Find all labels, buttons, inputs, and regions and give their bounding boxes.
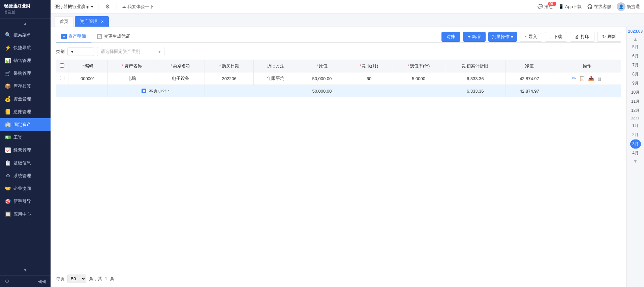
row-checkbox[interactable]: [60, 76, 64, 80]
copy-button[interactable]: 📋: [579, 75, 585, 82]
page-content: ≡ 资产明细 📄 变更生成凭证 对账 + 新增 批量操作 ▾: [51, 27, 626, 287]
sidebar-item-label-apps: 应用中心: [13, 211, 31, 217]
import-button[interactable]: ↑ 导入: [520, 32, 542, 42]
print-button[interactable]: 🖨 打印: [570, 32, 594, 42]
sidebar-item-search[interactable]: 🔍 搜索菜单: [0, 29, 51, 41]
tab-assets[interactable]: 资产管理 ✕: [75, 16, 109, 27]
tab-home[interactable]: 首页: [55, 16, 73, 27]
row-original-value: 50,000.00: [298, 72, 346, 85]
per-page-select[interactable]: 50 100: [67, 275, 86, 283]
sidebar-item-collab[interactable]: 🤝 企业协同: [0, 182, 51, 195]
new-button[interactable]: + 新增: [463, 32, 486, 42]
refresh-button[interactable]: ↻ 刷新: [597, 32, 621, 42]
sidebar-item-label-inventory: 库存核算: [13, 83, 31, 89]
per-page-label: 每页: [56, 276, 65, 282]
online-service-button[interactable]: 🎧 在线客服: [587, 4, 611, 10]
message-button[interactable]: 💬 消息 99+: [538, 4, 553, 10]
month-item-current[interactable]: 4月: [630, 149, 641, 158]
sidebar-item-ledger[interactable]: 📒 总账管理: [0, 105, 51, 118]
sidebar-item-apps[interactable]: 🔲 应用中心: [0, 208, 51, 221]
sidebar-item-inventory[interactable]: 📦 库存核算: [0, 80, 51, 93]
select-all-checkbox[interactable]: [60, 63, 64, 68]
header-net-value: 净值: [505, 60, 553, 72]
sub-tab-voucher[interactable]: 📄 变更生成凭证: [91, 31, 135, 42]
download-icon: 📱: [558, 4, 564, 9]
month-item[interactable]: 7月: [631, 61, 640, 70]
sidebar-scroll-down[interactable]: ▼: [0, 266, 51, 274]
share-button[interactable]: 📤: [588, 75, 594, 82]
sidebar-footer: ⚙ ◀◀: [0, 275, 51, 287]
sub-tab-asset-detail[interactable]: ≡ 资产明细: [56, 31, 91, 42]
right-panel-down-btn[interactable]: ▼: [633, 158, 639, 164]
subtotal-net-value: 42,874.97: [505, 85, 553, 97]
right-panel-up-btn[interactable]: ▲: [633, 36, 639, 42]
month-item[interactable]: 8月: [631, 70, 640, 79]
sidebar-scroll-up[interactable]: ▲: [0, 20, 51, 27]
sub-tab-asset-detail-label: 资产明细: [68, 33, 86, 39]
delete-button[interactable]: 🗑: [597, 76, 602, 82]
toolbar-right: 对账 + 新增 批量操作 ▾ ↑ 导入 ↓ 下载: [441, 32, 621, 42]
row-code: 000001: [68, 72, 108, 85]
month-item-current[interactable]: 1月: [630, 121, 641, 130]
category-placeholder: 请选择固定资产类别: [101, 49, 140, 55]
sidebar-item-fixed_assets[interactable]: 🏢 固定资产: [0, 118, 51, 131]
month-item[interactable]: 12月: [631, 106, 640, 115]
topbar-settings-button[interactable]: ⚙: [103, 2, 112, 11]
app-download-button[interactable]: 📱 App下载: [558, 4, 582, 10]
sidebar-item-quicknav[interactable]: ⚡ 快捷导航: [0, 41, 51, 54]
tab-bar: 首页 资产管理 ✕: [51, 13, 644, 27]
month-item[interactable]: 5月: [631, 42, 640, 52]
month-item[interactable]: 9月: [631, 79, 640, 88]
table-scroll-container: *编码 *资产名称 *类别名称 *购买日期 折旧方法 *原值 *期限(月) *残…: [56, 60, 621, 271]
row-period: 60: [346, 72, 392, 85]
sidebar-item-system[interactable]: ⚙ 系统管理: [0, 169, 51, 182]
user-menu[interactable]: 👤 畅捷通: [617, 2, 640, 11]
sidebar-item-sales[interactable]: 📊 销售管理: [0, 54, 51, 67]
sidebar-item-label-ledger: 总账管理: [13, 109, 31, 115]
cloud-icon: ☁: [122, 4, 126, 9]
sidebar-item-label-funds: 资金管理: [13, 96, 31, 102]
category-input[interactable]: 请选择固定资产类别 ▾: [97, 47, 164, 56]
sidebar-menu: 🔍 搜索菜单 ⚡ 快捷导航 📊 销售管理 🛒 采购管理 📦 库存核算 💰 资金管…: [0, 29, 51, 265]
month-item-current[interactable]: 2月: [630, 130, 641, 139]
category-select[interactable]: ▾: [67, 47, 94, 56]
topbar-divider2: [117, 4, 117, 10]
sidebar-item-guide[interactable]: 🎯 新手引导: [0, 195, 51, 208]
month-item[interactable]: 10月: [631, 88, 640, 97]
assets-table: *编码 *资产名称 *类别名称 *购买日期 折旧方法 *原值 *期限(月) *残…: [56, 60, 621, 97]
subtotal-label: ■ 本页小计：: [108, 85, 205, 97]
basic_info-icon: 📋: [5, 160, 11, 166]
settings-icon[interactable]: ⚙: [5, 278, 9, 284]
sidebar-item-operations[interactable]: 📈 经营管理: [0, 144, 51, 157]
download-button[interactable]: ↓ 下载: [545, 32, 568, 42]
header-checkbox-cell: [56, 60, 68, 72]
collapse-icon[interactable]: ◀◀: [38, 278, 46, 284]
month-item[interactable]: 6月: [631, 52, 640, 61]
subtotal-accumulated-dep: 6,333.36: [445, 85, 505, 97]
row-checkbox-cell: [56, 72, 68, 85]
month-item[interactable]: 11月: [631, 97, 640, 106]
apps-icon: 🔲: [5, 211, 11, 217]
sidebar-item-funds[interactable]: 💰 资金管理: [0, 93, 51, 105]
company-selector[interactable]: 医疗器械行业演示 ▾: [55, 4, 93, 10]
sidebar-item-basic_info[interactable]: 📋 基础信息: [0, 157, 51, 169]
reconcile-button[interactable]: 对账: [441, 32, 460, 42]
batch-button[interactable]: 批量操作 ▾: [488, 32, 517, 42]
ledger-icon: 📒: [5, 109, 11, 115]
collab-icon: 🤝: [5, 186, 11, 192]
new-label: + 新增: [468, 34, 481, 40]
app-download-label: App下载: [565, 4, 582, 10]
month-item-current[interactable]: 3月: [630, 139, 641, 149]
quicknav-icon: ⚡: [5, 45, 11, 51]
tab-assets-close[interactable]: ✕: [101, 20, 104, 24]
header-purchase-date: *购买日期: [205, 60, 254, 72]
sidebar-item-payroll[interactable]: 💵 工资: [0, 131, 51, 144]
edit-button[interactable]: ✏: [572, 75, 576, 82]
batch-chevron-icon: ▾: [511, 34, 513, 39]
refresh-icon: ↻: [602, 34, 606, 39]
pagination-row: 每页 50 100 条，共 1 条: [56, 271, 621, 283]
sidebar-item-purchase[interactable]: 🛒 采购管理: [0, 67, 51, 80]
experience-button[interactable]: ☁ 我要体验一下: [122, 4, 154, 10]
sidebar-item-label-quicknav: 快捷导航: [13, 45, 31, 51]
app-version: 普及版: [4, 10, 30, 15]
